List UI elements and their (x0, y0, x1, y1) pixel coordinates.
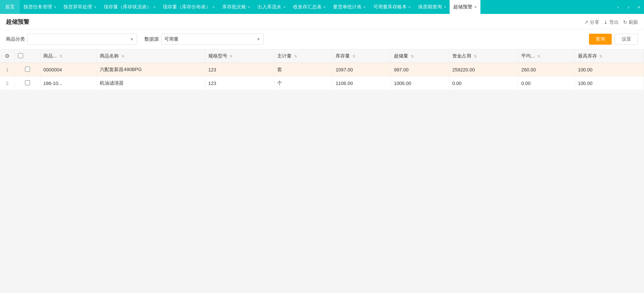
nav-tab-7-label: 要货单统计表 (333, 4, 362, 10)
nav-tab-10-close[interactable]: × (474, 5, 476, 9)
col-avg-header[interactable]: 平均... ⇅ (518, 49, 575, 63)
nav-tab-9-label: 保质期查询 (418, 4, 442, 10)
page-header: 超储预警 ↗ 分享 ⤓ 导出 ↻ 刷新 (0, 14, 644, 29)
nav-tab-9-close[interactable]: × (444, 5, 446, 9)
col-max-stock-sort-icon: ⇅ (599, 54, 602, 58)
datasource-select-arrow: ▼ (256, 37, 260, 41)
nav-arrows: ‹ › × (613, 0, 644, 14)
nav-tab-4[interactable]: 库存批次账 × (219, 0, 254, 14)
row-num-1: 2 (0, 77, 15, 90)
page-title: 超储预警 (6, 18, 29, 26)
nav-tab-0-close[interactable]: × (54, 5, 56, 9)
col-unit-sort-icon: ⇅ (294, 54, 297, 58)
col-checkbox-header[interactable] (15, 49, 40, 63)
page-actions: ↗ 分享 ⤓ 导出 ↻ 刷新 (584, 19, 638, 26)
table-header-row: ⚙ 商品... ⇅ 商品名称 ⇅ 规格型号 ⇅ (0, 49, 644, 63)
nav-tab-8-label: 可用量库存账本 (373, 4, 407, 10)
nav-tab-6[interactable]: 收发存汇总表 × (289, 0, 329, 14)
nav-tab-0[interactable]: 拣货任务管理 × (20, 0, 60, 14)
col-stock-sort-icon: ⇅ (352, 54, 355, 58)
col-unit-header[interactable]: 主计量 ⇅ (274, 49, 333, 63)
nav-tab-0-label: 拣货任务管理 (23, 4, 52, 10)
nav-next-button[interactable]: › (623, 0, 634, 14)
col-capital-header[interactable]: 资金占用 ⇅ (449, 49, 518, 63)
row-code-0: 0000004 (40, 63, 97, 77)
category-select-arrow: ▼ (130, 37, 134, 41)
nav-tab-5-close[interactable]: × (283, 5, 285, 9)
nav-tab-4-close[interactable]: × (248, 5, 250, 9)
nav-tab-3-close[interactable]: × (212, 5, 215, 9)
col-avg-label: 平均... (521, 53, 535, 59)
nav-tab-5-label: 出入库流水 (257, 4, 281, 10)
nav-tab-2[interactable]: 现存量（库存状况表） × (100, 0, 159, 14)
datasource-select[interactable]: 可用量 ▼ (161, 34, 264, 45)
row-stock-0: 1097.00 (333, 63, 391, 77)
row-checkbox-cell-1[interactable] (15, 77, 40, 90)
nav-home[interactable]: 首页 (0, 0, 20, 14)
col-code-header[interactable]: 商品... ⇅ (40, 49, 97, 63)
nav-tab-6-label: 收发存汇总表 (293, 4, 322, 10)
nav-close-button[interactable]: × (634, 0, 644, 14)
nav-home-label: 首页 (5, 4, 15, 10)
col-stock-header[interactable]: 库存量 ⇅ (333, 49, 391, 63)
export-button[interactable]: ⤓ 导出 (604, 19, 619, 26)
row-stock-1: 1106.00 (333, 77, 391, 90)
refresh-label: 刷新 (629, 19, 638, 26)
nav-tab-1-close[interactable]: × (94, 5, 96, 9)
table-row: 2 186-10... 机油滤清器 123 个 1106.00 1006.00 … (0, 77, 644, 90)
nav-tab-4-label: 库存批次账 (222, 4, 246, 10)
category-filter: 商品分类 ▼ (6, 34, 137, 45)
select-all-checkbox[interactable] (18, 53, 23, 58)
col-capital-label: 资金占用 (452, 53, 471, 59)
datasource-filter: 数据源 可用量 ▼ (144, 34, 264, 45)
nav-tab-10[interactable]: 超储预警 × (450, 0, 480, 14)
query-button[interactable]: 查询 (589, 34, 612, 45)
nav-prev-button[interactable]: ‹ (613, 0, 623, 14)
col-overflow-label: 超储量 (394, 53, 408, 59)
col-spec-sort-icon: ⇅ (230, 54, 233, 58)
row-checkbox-cell-0[interactable] (15, 63, 40, 77)
nav-tab-2-label: 现存量（库存状况表） (104, 4, 151, 10)
row-checkbox-0[interactable] (25, 67, 30, 72)
nav-tab-6-close[interactable]: × (323, 5, 326, 9)
table-row: 1 0000004 六配套新昌490BPG 123 套 1097.00 997.… (0, 63, 644, 77)
row-capital-1: 0.00 (449, 77, 518, 90)
col-max-stock-header[interactable]: 最高库存 ⇅ (575, 49, 644, 63)
filter-buttons: 查询 设置 (589, 34, 638, 45)
nav-tab-3[interactable]: 现存量（库存分布表） × (159, 0, 218, 14)
nav-tab-7[interactable]: 要货单统计表 × (329, 0, 369, 14)
nav-tab-8[interactable]: 可用量库存账本 × (370, 0, 414, 14)
row-unit-0: 套 (274, 63, 333, 77)
col-name-header[interactable]: 商品名称 ⇅ (97, 49, 205, 63)
refresh-button[interactable]: ↻ 刷新 (623, 19, 638, 26)
row-max-stock-1: 100.00 (575, 77, 644, 90)
col-avg-sort-icon: ⇅ (537, 54, 540, 58)
col-capital-sort-icon: ⇅ (474, 54, 477, 58)
nav-tab-1-label: 拣货异常处理 (63, 4, 92, 10)
col-settings-header[interactable]: ⚙ (0, 49, 15, 63)
nav-tab-10-label: 超储预警 (453, 4, 472, 10)
category-select[interactable]: ▼ (27, 34, 137, 45)
col-spec-label: 规格型号 (208, 53, 227, 59)
row-spec-0: 123 (205, 63, 274, 77)
settings-button[interactable]: 设置 (615, 34, 638, 45)
row-name-0: 六配套新昌490BPG (97, 63, 205, 77)
datasource-select-value: 可用量 (164, 36, 256, 42)
row-checkbox-1[interactable] (25, 80, 30, 85)
nav-tab-5[interactable]: 出入库流水 × (254, 0, 289, 14)
share-button[interactable]: ↗ 分享 (584, 19, 599, 26)
col-code-sort-icon: ⇅ (59, 54, 62, 58)
filter-bar: 商品分类 ▼ 数据源 可用量 ▼ 查询 设置 (0, 29, 644, 49)
datasource-label: 数据源 (144, 36, 159, 42)
nav-tab-7-close[interactable]: × (363, 5, 366, 9)
col-spec-header[interactable]: 规格型号 ⇅ (205, 49, 274, 63)
col-overflow-sort-icon: ⇅ (411, 54, 414, 58)
nav-tab-1[interactable]: 拣货异常处理 × (60, 0, 100, 14)
nav-tab-9[interactable]: 保质期查询 × (414, 0, 450, 14)
col-overflow-header[interactable]: 超储量 ⇅ (391, 49, 449, 63)
top-nav: 首页 拣货任务管理 × 拣货异常处理 × 现存量（库存状况表） × 现存量（库存… (0, 0, 644, 14)
nav-tab-8-close[interactable]: × (409, 5, 411, 9)
row-avg-1: 0.00 (518, 77, 575, 90)
col-name-label: 商品名称 (100, 53, 119, 59)
nav-tab-2-close[interactable]: × (153, 5, 155, 9)
